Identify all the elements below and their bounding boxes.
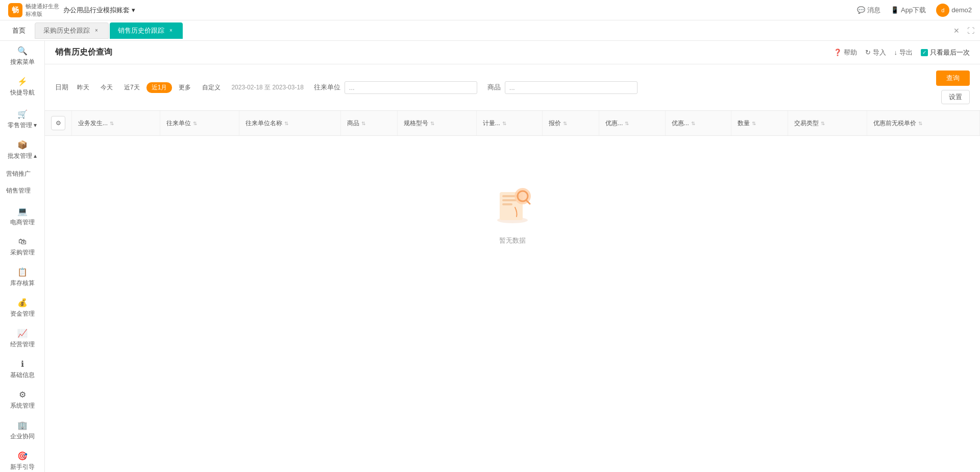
finance-icon: 💰 (17, 298, 28, 308)
sidebar-item-guide[interactable]: 🎯 新手引导 (0, 446, 44, 472)
th-product: 商品 ⇅ (340, 111, 397, 136)
sidebar-item-marketing[interactable]: 营销推广 (0, 166, 44, 182)
fullscreen-button[interactable]: ⛶ (966, 26, 976, 36)
tab-home[interactable]: 首页 (4, 22, 34, 39)
sort-icon-quote-price: ⇅ (563, 121, 567, 126)
sidebar-item-basic-info[interactable]: ℹ 基础信息 (0, 354, 44, 385)
message-button[interactable]: 💬 消息 (857, 6, 880, 15)
message-icon: 💬 (857, 6, 865, 14)
import-icon: ↻ (865, 49, 871, 56)
sidebar-item-operations[interactable]: 📈 经营管理 (0, 323, 44, 354)
only-last-checkbox[interactable] (921, 49, 928, 56)
product-filter-field: 商品 ... (487, 81, 638, 94)
basic-info-icon: ℹ (21, 359, 24, 369)
tab-bar: 首页 采购历史价跟踪 × 销售历史价跟踪 × ✕ ⛶ (0, 20, 980, 41)
main-layout: 🔍 搜索菜单 ⚡ 快捷导航 🛒 零售管理 ▾ 📦 批发管理 ▴ 营销推广 销售管… (0, 41, 980, 472)
page-title: 销售历史价查询 (55, 47, 112, 58)
page-header: 销售历史价查询 ❓ 帮助 ↻ 导入 ↓ 导出 只看最后一次 (45, 41, 980, 64)
sidebar-item-quick-nav[interactable]: ⚡ 快捷导航 (0, 72, 44, 102)
enterprise-icon: 🏢 (17, 420, 28, 430)
top-bar-right: 💬 消息 📱 App下载 d demo2 (857, 4, 972, 17)
product-label: 商品 (487, 83, 501, 92)
date-btn-yesterday[interactable]: 昨天 (72, 82, 94, 93)
inventory-icon: 📋 (17, 267, 28, 277)
sidebar: 🔍 搜索菜单 ⚡ 快捷导航 🛒 零售管理 ▾ 📦 批发管理 ▴ 营销推广 销售管… (0, 41, 45, 472)
sort-spec[interactable]: 规格型号 ⇅ (404, 119, 470, 128)
sidebar-item-inventory[interactable]: 📋 库存核算 (0, 262, 44, 293)
tab-sales-history[interactable]: 销售历史价跟踪 × (110, 22, 183, 39)
help-icon: ❓ (834, 49, 842, 56)
svg-rect-3 (502, 199, 517, 201)
th-quote-price: 报价 ⇅ (543, 111, 599, 136)
sort-icon-spec: ⇅ (430, 121, 434, 126)
tab-purchase-history-label: 采购历史价跟踪 (43, 26, 90, 35)
retail-icon: 🛒 (17, 109, 28, 119)
sort-quantity[interactable]: 数量 ⇅ (738, 119, 781, 128)
sidebar-item-ecom-mgmt[interactable]: 💻 电商管理 (0, 201, 44, 232)
sort-discount1[interactable]: 优惠... ⇅ (605, 119, 658, 128)
partner-input[interactable]: ... (345, 81, 477, 94)
export-icon: ↓ (894, 49, 898, 56)
empty-state-row: 暂无数据 (45, 136, 980, 287)
column-settings-button[interactable]: ⚙ (51, 116, 65, 130)
date-buttons: 昨天 今天 近7天 近1月 更多 自定义 (72, 82, 225, 93)
date-btn-more[interactable]: 更多 (174, 82, 195, 93)
sort-icon-discount1: ⇅ (625, 121, 629, 126)
tab-bar-actions: ✕ ⛶ (951, 26, 976, 36)
tab-sales-history-close[interactable]: × (167, 27, 175, 34)
th-discount2: 优惠... ⇅ (665, 111, 731, 136)
import-button[interactable]: ↻ 导入 (865, 48, 886, 57)
help-button[interactable]: ❓ 帮助 (834, 48, 857, 57)
sidebar-item-purchase-mgmt[interactable]: 🛍 采购管理 (0, 232, 44, 262)
product-input[interactable]: ... (505, 81, 638, 94)
app-download-button[interactable]: 📱 App下载 (891, 6, 926, 15)
date-btn-custom[interactable]: 自定义 (198, 82, 225, 93)
sort-partner-code[interactable]: 往来单位 ⇅ (166, 119, 233, 128)
sidebar-item-wholesale-mgmt[interactable]: 📦 批发管理 ▴ (0, 135, 44, 166)
sort-quote-price[interactable]: 报价 ⇅ (549, 119, 593, 128)
sort-product[interactable]: 商品 ⇅ (347, 119, 391, 128)
filter-row: 日期 昨天 今天 近7天 近1月 更多 自定义 2023-02-18 至 202… (55, 70, 970, 104)
sort-biz-date[interactable]: 业务发生... ⇅ (78, 119, 154, 128)
sort-unit[interactable]: 计量... ⇅ (483, 119, 536, 128)
sidebar-item-retail-mgmt[interactable]: 🛒 零售管理 ▾ (0, 104, 44, 135)
logo-icon: 畅 (8, 3, 22, 17)
sidebar-item-sys-mgmt[interactable]: ⚙ 系统管理 (0, 385, 44, 415)
sort-pre-tax-price[interactable]: 优惠前无税单价 ⇅ (873, 119, 973, 128)
date-btn-last1month[interactable]: 近1月 (146, 82, 173, 93)
partner-placeholder: ... (349, 84, 355, 91)
export-button[interactable]: ↓ 导出 (894, 48, 913, 57)
quick-nav-icon: ⚡ (17, 77, 28, 86)
date-btn-today[interactable]: 今天 (96, 82, 117, 93)
th-quantity: 数量 ⇅ (731, 111, 788, 136)
sort-icon-partner-name: ⇅ (284, 121, 288, 126)
sort-icon-unit: ⇅ (502, 121, 506, 126)
tab-purchase-history-close[interactable]: × (93, 27, 100, 34)
close-all-tabs-button[interactable]: ✕ (951, 26, 962, 36)
sidebar-item-enterprise[interactable]: 🏢 企业协同 (0, 415, 44, 446)
app-selector[interactable]: 办公用品行业模拟账套 ▾ (63, 6, 135, 15)
top-bar: 畅 畅捷通好生意 标准版 办公用品行业模拟账套 ▾ 💬 消息 📱 App下载 d… (0, 0, 980, 20)
sort-icon-product: ⇅ (361, 121, 365, 126)
empty-text: 暂无数据 (499, 236, 526, 245)
th-partner-name: 往来单位名称 ⇅ (239, 111, 341, 136)
empty-icon (487, 177, 538, 228)
sort-trade-type[interactable]: 交易类型 ⇅ (794, 119, 861, 128)
th-spec: 规格型号 ⇅ (397, 111, 476, 136)
empty-state: 暂无数据 (45, 136, 980, 286)
query-button[interactable]: 查询 (936, 70, 970, 86)
date-btn-last7days[interactable]: 近7天 (119, 82, 144, 93)
avatar: d (936, 4, 949, 17)
tab-purchase-history[interactable]: 采购历史价跟踪 × (35, 22, 109, 39)
settings-button[interactable]: 设置 (941, 90, 970, 104)
user-menu[interactable]: d demo2 (936, 4, 972, 17)
sidebar-item-finance[interactable]: 💰 资金管理 (0, 293, 44, 323)
sort-discount2[interactable]: 优惠... ⇅ (672, 119, 725, 128)
sidebar-item-sales-mgmt[interactable]: 销售管理 (0, 182, 44, 199)
sort-icon-trade-type: ⇅ (821, 121, 825, 126)
sort-partner-name[interactable]: 往来单位名称 ⇅ (246, 119, 334, 128)
sort-icon-discount2: ⇅ (691, 121, 695, 126)
table-header-row: ⚙ 业务发生... ⇅ 往来单位 ⇅ (45, 111, 980, 136)
only-last-checkbox-label[interactable]: 只看最后一次 (921, 48, 970, 57)
sidebar-item-search-menu[interactable]: 🔍 搜索菜单 (0, 41, 44, 72)
